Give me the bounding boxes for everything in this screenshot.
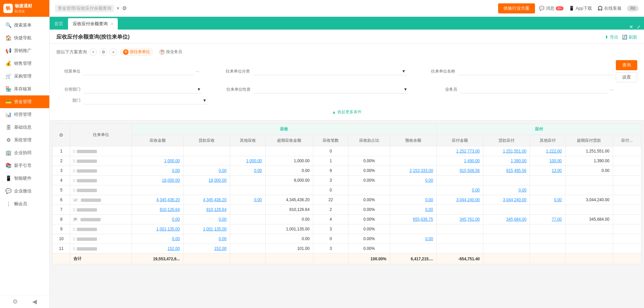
topbar: 资金管理/应收应付余额查询 ▼ ⚙ 体验行业方案 💬 消息 99+ 📱 App下… [50,0,644,17]
cell-link[interactable]: 0.00 [554,197,561,202]
sidebar-item-purchase[interactable]: 🛒 采购管理 [0,70,49,83]
query-button[interactable]: 查询 [616,60,637,70]
cell-link[interactable]: 655,636.75 [413,217,433,222]
filter-wanglai-name-input[interactable] [458,68,612,75]
sidebar-item-guide[interactable]: 📚 新手引导 [0,159,49,172]
cell-ys-other [230,234,265,244]
edit-scheme-button[interactable]: ⚙ [100,48,107,56]
cell-link[interactable]: 3,044,240.00 [503,197,526,202]
cell-link[interactable]: 13.00 [552,168,562,173]
export-button[interactable]: ⬆ 导出 [605,34,619,40]
sidebar-item-sales[interactable]: 💰 销售管理 [0,57,49,70]
cell-link[interactable]: 18,000.00 [209,178,226,183]
sidebar-item-label: 销售管理 [14,60,32,67]
solution-button[interactable]: 体验行业方案 [498,3,535,13]
tab-expand-icon[interactable]: ⤢ [637,24,641,30]
scheme-by-salesman[interactable]: ⏰ 按业务员 [156,48,185,56]
cell-link[interactable]: 152.00 [168,246,180,251]
cell-link[interactable]: 1,252,773.00 [456,149,480,153]
cell-link[interactable]: 152.00 [214,246,227,251]
cell-link[interactable]: 4,345,436.20 [156,197,180,202]
sidebar-item-system[interactable]: ⚙ 系统管理 [0,134,49,146]
cell-link[interactable]: 0.00 [219,217,226,222]
cell-link[interactable]: 915,495.56 [506,168,526,173]
cell-link[interactable]: 0.00 [172,217,180,222]
filter-jiesuan-input[interactable] [83,68,194,75]
filter-dept-select[interactable]: ▼ [83,97,208,104]
table-settings-icon[interactable]: ⚙ [59,132,63,138]
add-scheme-button[interactable]: + [90,48,97,56]
sidebar-item-label: 智能硬件 [14,175,32,181]
collapse-scheme-button[interactable]: « [110,48,117,56]
tab-close-all-icon[interactable]: ✕ [629,24,633,30]
cell-link[interactable]: 2,153,333.00 [410,168,433,173]
sidebar-collapse-icon[interactable]: ◀ [32,298,37,305]
cell-link[interactable]: 1,490.00 [464,159,480,163]
tab-current[interactable]: 应收应付余额查询 × [68,18,118,30]
cell-link[interactable]: 0.00 [472,188,480,192]
sidebar-item-operation[interactable]: 📊 经营管理 [0,108,49,121]
cell-link[interactable]: 0.00 [219,236,226,241]
sidebar-item-basic[interactable]: 🗄 基础信息 [0,121,49,134]
cell-link[interactable]: 0.00 [425,207,433,212]
cell-link[interactable]: 0.00 [425,178,433,183]
sidebar-settings-icon[interactable]: ⚙ [12,298,18,305]
sidebar-item-wechat[interactable]: 💬 企业微信 [0,185,49,197]
cell-link[interactable]: 0.00 [519,188,526,192]
cell-link[interactable]: 1,390.00 [511,159,527,163]
cell-ys-loan: 810,126.64 [183,205,230,215]
filter-salesman-input[interactable] [460,86,607,93]
message-button[interactable]: 💬 消息 99+ [539,5,564,11]
sidebar-item-search[interactable]: 🔍 搜索菜单 [0,19,49,32]
cell-link[interactable]: 1,222.00 [546,149,562,153]
cell-link[interactable]: 77.00 [552,217,562,222]
cell-link[interactable]: 0.00 [254,168,262,173]
cell-link[interactable]: 18,000.00 [162,178,180,183]
chevron-down-icon[interactable]: ▼ [116,6,120,11]
cell-link[interactable]: 0.00 [425,197,433,202]
user-avatar[interactable]: Rit [627,5,639,11]
topbar-gear-icon[interactable]: ⚙ [122,5,127,11]
cell-link[interactable]: 100.00 [549,159,562,163]
cell-link[interactable]: 0.00 [254,197,262,202]
cell-link[interactable]: 4,345,436.20 [203,197,226,202]
cell-link[interactable]: 345,761.00 [460,217,480,222]
service-button[interactable]: 🎧 在线客服 [597,5,622,11]
settings-button[interactable]: 设置 [616,72,637,82]
cell-link[interactable]: 3,044,240.00 [456,197,480,202]
filter-fenguan-select[interactable]: ▼ [83,86,202,93]
refresh-button[interactable]: 🔄 刷新 [622,34,637,40]
cell-partner [70,224,131,234]
cell-link[interactable]: 0.00 [425,236,433,241]
tab-home[interactable]: 首页 [50,18,68,30]
tab-close-icon[interactable]: × [111,22,113,26]
filter-wanglai-nature-select[interactable]: ▼ [253,86,409,93]
cell-link[interactable]: 0.00 [172,236,180,241]
sidebar-item-marketing[interactable]: 📢 营销推广 [0,44,49,57]
cell-link[interactable]: 1,001,135.00 [203,227,226,231]
sidebar-item-inventory[interactable]: 🏪 库存核算 [0,83,49,95]
filter-wanglai-type-select[interactable]: ▼ [253,68,407,75]
sidebar-item-finance[interactable]: 💳 资金管理 [0,95,49,108]
sidebar-item-quicknav[interactable]: 🏠 快捷导航 [0,32,49,44]
cell-yf-loan: 915,495.56 [483,166,530,176]
filter-jiesuan-more[interactable]: ··· [194,69,202,74]
cell-link[interactable]: 1,000.00 [246,159,262,163]
filter-row-2: 分管部门 ▼ 往来单位性质 ▼ 业务员 [56,86,637,93]
cell-link[interactable]: 1,001,135.00 [156,227,180,231]
sidebar-item-hardware[interactable]: 📱 智能硬件 [0,172,49,185]
cell-link[interactable]: 1,000.00 [164,159,180,163]
cell-link[interactable]: 915,508.56 [460,168,480,173]
cell-link[interactable]: 345,684.00 [506,217,526,222]
cell-link[interactable]: 810,126.64 [206,207,226,212]
cell-link[interactable]: 0.00 [219,168,226,173]
cell-link[interactable]: 1,251,551.00 [503,149,526,153]
sidebar-item-member[interactable]: ⋮ 畅会员 [0,197,49,210]
scheme-by-partner[interactable]: 畅 按往来单位 [120,48,153,56]
sidebar-item-corp[interactable]: 🏢 企业协同 [0,146,49,159]
filter-salesman-more[interactable]: ··· [607,87,615,92]
cell-link[interactable]: 810,126.64 [160,207,180,212]
cell-link[interactable]: 0.00 [172,168,180,173]
filter-collapse-btn[interactable]: ▲ 收起更多条件 [56,108,637,116]
app-download-button[interactable]: 📱 App下载 [569,5,592,11]
